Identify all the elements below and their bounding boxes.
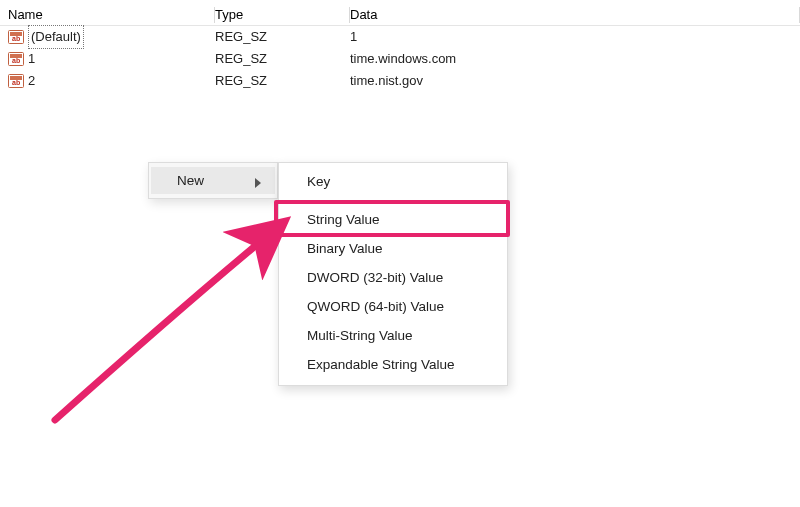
svg-text:ab: ab	[12, 57, 20, 64]
submenu-item-label: String Value	[307, 212, 380, 227]
context-submenu-new[interactable]: KeyString ValueBinary ValueDWORD (32-bit…	[278, 162, 508, 386]
submenu-item-label: Multi-String Value	[307, 328, 413, 343]
registry-values-pane[interactable]: Name Type Data ab (Default)REG_SZ1 ab 1R…	[0, 0, 800, 507]
submenu-item-label: DWORD (32-bit) Value	[307, 270, 443, 285]
reg-string-icon: ab	[8, 30, 24, 44]
submenu-item-multi-string-value[interactable]: Multi-String Value	[279, 321, 507, 350]
annotation-arrow	[25, 195, 315, 435]
column-header-type[interactable]: Type	[215, 4, 350, 26]
submenu-item-binary-value[interactable]: Binary Value	[279, 234, 507, 263]
submenu-item-qword-64-bit-value[interactable]: QWORD (64-bit) Value	[279, 292, 507, 321]
registry-value-data: time.windows.com	[350, 48, 800, 70]
chevron-right-icon	[255, 176, 261, 186]
registry-value-name: 2	[28, 70, 35, 92]
context-menu-item-new[interactable]: New	[151, 167, 275, 194]
submenu-item-string-value[interactable]: String Value	[279, 205, 507, 234]
registry-value-name: (Default)	[28, 25, 84, 49]
submenu-item-dword-32-bit-value[interactable]: DWORD (32-bit) Value	[279, 263, 507, 292]
svg-text:ab: ab	[12, 35, 20, 42]
column-header-name[interactable]: Name	[0, 4, 215, 26]
registry-value-row[interactable]: ab 1REG_SZtime.windows.com	[0, 48, 800, 70]
column-headers: Name Type Data	[0, 4, 800, 26]
registry-value-type: REG_SZ	[215, 48, 350, 70]
context-menu-item-label: New	[177, 173, 204, 188]
submenu-item-label: Expandable String Value	[307, 357, 455, 372]
registry-value-data: 1	[350, 26, 800, 48]
registry-value-row[interactable]: ab (Default)REG_SZ1	[0, 26, 800, 48]
registry-value-data: time.nist.gov	[350, 70, 800, 92]
registry-value-row[interactable]: ab 2REG_SZtime.nist.gov	[0, 70, 800, 92]
registry-value-name: 1	[28, 48, 35, 70]
submenu-item-label: Binary Value	[307, 241, 383, 256]
menu-separator	[285, 200, 501, 201]
submenu-item-label: QWORD (64-bit) Value	[307, 299, 444, 314]
reg-string-icon: ab	[8, 74, 24, 88]
context-menu-group: New KeyString ValueBinary ValueDWORD (32…	[148, 162, 278, 199]
svg-text:ab: ab	[12, 79, 20, 86]
registry-value-type: REG_SZ	[215, 26, 350, 48]
column-header-data[interactable]: Data	[350, 4, 800, 26]
context-menu[interactable]: New	[148, 162, 278, 199]
submenu-item-expandable-string-value[interactable]: Expandable String Value	[279, 350, 507, 379]
submenu-item-label: Key	[307, 174, 330, 189]
registry-value-type: REG_SZ	[215, 70, 350, 92]
submenu-item-key[interactable]: Key	[279, 167, 507, 196]
reg-string-icon: ab	[8, 52, 24, 66]
